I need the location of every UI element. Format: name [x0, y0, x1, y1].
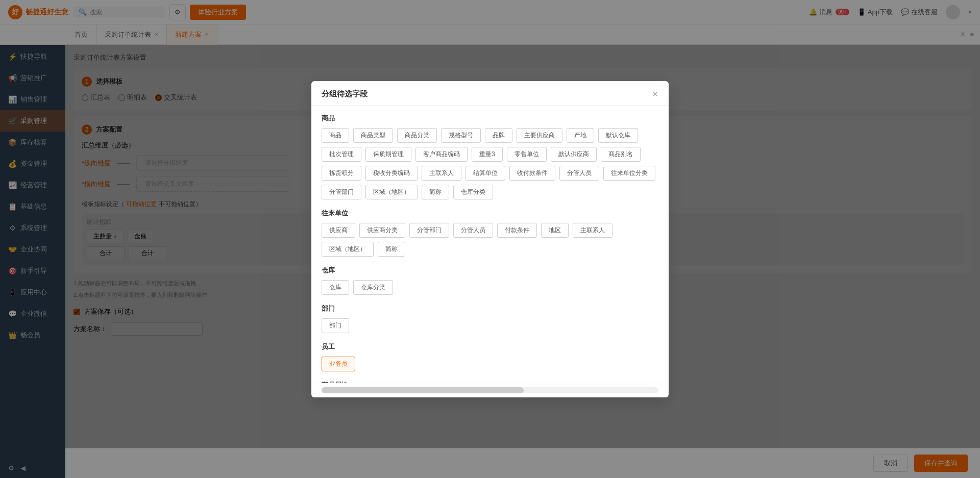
modal-overlay: 分组待选字段 ✕ 商品商品商品类型商品分类规格型号品牌主要供应商产地默认仓库批次… — [0, 0, 980, 478]
field-tag[interactable]: 简称 — [378, 242, 405, 257]
field-tag[interactable]: 商品分类 — [397, 128, 437, 143]
field-section-title: 部门 — [322, 304, 658, 313]
field-tag[interactable]: 结算单位 — [465, 166, 505, 181]
modal-scroll-bar — [311, 383, 669, 397]
modal-close-button[interactable]: ✕ — [652, 89, 658, 99]
field-tag[interactable]: 重量3 — [472, 147, 503, 162]
modal-body: 商品商品商品类型商品分类规格型号品牌主要供应商产地默认仓库批次管理保质期管理客户… — [311, 106, 669, 383]
field-section-往来单位: 往来单位供应商供应商分类分管部门分管人员付款条件地区主联系人区域（地区）简称 — [322, 209, 658, 257]
field-section-部门: 部门部门 — [322, 304, 658, 333]
field-tag[interactable]: 分管人员 — [453, 223, 493, 238]
field-tag[interactable]: 规格型号 — [441, 128, 481, 143]
field-tag[interactable]: 区域（地区） — [365, 185, 418, 199]
field-tag[interactable]: 供应商 — [322, 223, 355, 238]
field-tag[interactable]: 主要供应商 — [517, 128, 562, 143]
field-tag[interactable]: 税收分类编码 — [365, 166, 418, 181]
field-tag[interactable]: 仓库分类 — [453, 185, 493, 199]
field-tag[interactable]: 商品类型 — [353, 128, 393, 143]
field-tag[interactable]: 区域（地区） — [322, 242, 374, 257]
field-tag[interactable]: 批次管理 — [322, 147, 361, 162]
field-section-title: 往来单位 — [322, 209, 658, 218]
field-tag[interactable]: 分管人员 — [559, 166, 599, 181]
modal-header: 分组待选字段 ✕ — [311, 81, 669, 106]
field-tag[interactable]: 部门 — [322, 318, 349, 333]
field-tag[interactable]: 商品 — [322, 128, 349, 143]
modal: 分组待选字段 ✕ 商品商品商品类型商品分类规格型号品牌主要供应商产地默认仓库批次… — [311, 81, 669, 397]
field-tag[interactable]: 主联系人 — [573, 223, 612, 238]
field-tag[interactable]: 简称 — [422, 185, 449, 199]
field-section-员工: 员工业务员 — [322, 342, 658, 371]
field-tag[interactable]: 往来单位分类 — [603, 166, 655, 181]
field-tag[interactable]: 客户商品编码 — [415, 147, 468, 162]
field-tags: 供应商供应商分类分管部门分管人员付款条件地区主联系人区域（地区）简称 — [322, 223, 658, 257]
field-tag[interactable]: 零售单位 — [507, 147, 547, 162]
field-tag[interactable]: 付款条件 — [497, 223, 537, 238]
field-tag[interactable]: 品牌 — [485, 128, 512, 143]
field-tag[interactable]: 收付款条件 — [509, 166, 555, 181]
field-tag[interactable]: 仓库分类 — [353, 280, 393, 295]
field-section-title: 员工 — [322, 342, 658, 351]
field-tags: 业务员 — [322, 357, 658, 371]
field-tag[interactable]: 仓库 — [322, 280, 349, 295]
field-tags: 商品商品类型商品分类规格型号品牌主要供应商产地默认仓库批次管理保质期管理客户商品… — [322, 128, 658, 199]
field-tag[interactable]: 主联系人 — [422, 166, 461, 181]
field-tag[interactable]: 拣货积分 — [322, 166, 361, 181]
field-tags: 仓库仓库分类 — [322, 280, 658, 295]
field-section-title: 商品 — [322, 114, 658, 123]
field-tag[interactable]: 供应商分类 — [359, 223, 405, 238]
scroll-bar-area — [322, 387, 658, 393]
field-tag[interactable]: 地区 — [541, 223, 569, 238]
field-section-商品: 商品商品商品类型商品分类规格型号品牌主要供应商产地默认仓库批次管理保质期管理客户… — [322, 114, 658, 199]
field-section-仓库: 仓库仓库仓库分类 — [322, 266, 658, 295]
field-section-title: 仓库 — [322, 266, 658, 275]
field-tag[interactable]: 分管部门 — [409, 223, 449, 238]
scroll-thumb — [322, 387, 524, 393]
field-tag[interactable]: 产地 — [567, 128, 594, 143]
field-tag[interactable]: 商品别名 — [601, 147, 641, 162]
field-tags: 部门 — [322, 318, 658, 333]
field-tag[interactable]: 分管部门 — [322, 185, 361, 199]
field-tag[interactable]: 默认仓库 — [598, 128, 638, 143]
field-tag[interactable]: 默认供应商 — [551, 147, 597, 162]
modal-title: 分组待选字段 — [322, 89, 368, 99]
field-tag[interactable]: 业务员 — [322, 357, 355, 371]
field-tag[interactable]: 保质期管理 — [365, 147, 411, 162]
